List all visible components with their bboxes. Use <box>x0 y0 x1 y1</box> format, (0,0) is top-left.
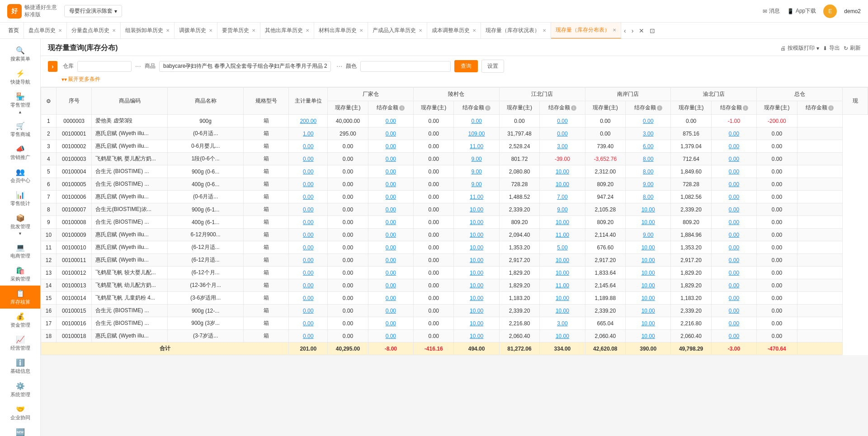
cell-fac-qty[interactable]: 0.00 <box>289 178 328 191</box>
cell-fac-qty[interactable]: 0.00 <box>289 229 328 241</box>
cell-total-qty[interactable]: 0.00 <box>711 191 756 203</box>
cell-nanan-qty[interactable]: 10.00 <box>540 178 585 191</box>
cell-ling-qty[interactable]: 0.00 <box>368 127 413 140</box>
yuebei-info-icon[interactable]: i <box>743 105 748 111</box>
filter-dots[interactable]: ··· <box>135 62 141 70</box>
cell-jiangbei-qty[interactable]: 10.00 <box>454 292 499 305</box>
query-btn[interactable]: 查询 <box>454 60 478 72</box>
cell-yuebei-qty[interactable]: 10.00 <box>625 241 670 254</box>
cell-fac-qty[interactable]: 0.00 <box>289 267 328 279</box>
cell-ling-qty[interactable]: 0.00 <box>368 191 413 203</box>
cell-nanan-qty[interactable]: 9.00 <box>540 203 585 216</box>
cell-yuebei-qty[interactable]: 10.00 <box>625 254 670 267</box>
cell-total-qty[interactable]: 0.00 <box>711 203 756 216</box>
tab-prev-btn[interactable]: ‹ <box>621 27 629 34</box>
cell-fac-qty[interactable]: 0.00 <box>289 140 328 153</box>
cell-ling-qty[interactable]: 0.00 <box>368 279 413 292</box>
app-download-btn[interactable]: 📱 App下载 <box>787 7 816 15</box>
cell-nanan-qty[interactable]: 10.00 <box>540 254 585 267</box>
cell-nanan-qty[interactable]: 10.00 <box>540 216 585 229</box>
cell-ling-qty[interactable]: 0.00 <box>368 178 413 191</box>
nanan-info-icon[interactable]: i <box>657 105 662 111</box>
cell-jiangbei-qty[interactable]: 9.00 <box>454 178 499 191</box>
cell-fac-qty[interactable]: 0.00 <box>289 241 328 254</box>
sidebar-item-members[interactable]: 👥 会员中心 <box>0 164 40 187</box>
tab-zuhe[interactable]: 组装拆卸单历史 ✕ <box>121 23 175 39</box>
cell-fac-qty[interactable]: 0.00 <box>289 292 328 305</box>
sidebar-item-marketing[interactable]: 📣 营销推广 <box>0 141 40 164</box>
cell-fac-qty[interactable]: 200.00 <box>289 115 328 127</box>
tab-cailiao[interactable]: 材料出库单历史 ✕ <box>314 23 368 39</box>
tab-yaohuo[interactable]: 要货单历史 ✕ <box>217 23 260 39</box>
cell-total-qty[interactable]: 0.00 <box>711 140 756 153</box>
cell-yuebei-qty[interactable]: 8.00 <box>625 153 670 165</box>
refresh-btn[interactable]: ↻ 刷新 <box>844 44 861 52</box>
sidebar-item-ops[interactable]: 📈 经营管理 <box>0 332 40 355</box>
tab-chengpin[interactable]: 产成品入库单历史 ✕ <box>368 23 427 39</box>
message-btn[interactable]: ✉ 消息 <box>763 7 780 15</box>
cell-total-qty[interactable]: 0.00 <box>711 279 756 292</box>
cell-ling-qty[interactable]: 0.00 <box>368 115 413 127</box>
sidebar-item-basic[interactable]: ℹ️ 基础信息 <box>0 355 40 378</box>
cell-total-qty[interactable]: 0.00 <box>711 153 756 165</box>
cell-fac-qty[interactable]: 0.00 <box>289 317 328 330</box>
tab-pandian[interactable]: 盘点单历史 ✕ <box>24 23 67 39</box>
cell-total-qty[interactable]: 0.00 <box>711 330 756 342</box>
tab-xiancun-fen[interactable]: 现存量（库存分布表）✕ <box>551 23 621 39</box>
cell-total-qty[interactable]: 0.00 <box>711 267 756 279</box>
cell-fac-qty[interactable]: 0.00 <box>289 330 328 342</box>
jiangbei-info-icon[interactable]: i <box>571 105 576 111</box>
cell-yuebei-qty[interactable]: 10.00 <box>625 305 670 317</box>
cell-nanan-qty[interactable]: 3.00 <box>540 140 585 153</box>
cell-total-qty[interactable]: 0.00 <box>711 292 756 305</box>
cell-jiangbei-qty[interactable]: 11.00 <box>454 140 499 153</box>
tab-expand-btn[interactable]: ⊡ <box>647 27 658 34</box>
cell-ling-qty[interactable]: 0.00 <box>368 241 413 254</box>
cell-nanan-qty[interactable]: 3.00 <box>540 317 585 330</box>
cell-nanan-qty[interactable]: 0.00 <box>540 115 585 127</box>
cell-nanan-qty[interactable]: 0.00 <box>540 127 585 140</box>
cell-jiangbei-qty[interactable]: 11.00 <box>454 191 499 203</box>
tab-xiancun-kuang[interactable]: 现存量（库存状况表）✕ <box>481 23 551 39</box>
sidebar-item-purchase[interactable]: 🛍️ 采购管理 <box>0 263 40 286</box>
cell-yuebei-qty[interactable]: 10.00 <box>625 267 670 279</box>
cell-total-qty[interactable]: 0.00 <box>711 165 756 178</box>
sidebar-item-inventory[interactable]: 📋 库存核算 <box>0 286 40 309</box>
industry-select[interactable]: 母婴行业演示陈套 ▾ <box>64 5 122 17</box>
cell-total-qty[interactable]: 0.00 <box>711 254 756 267</box>
cell-yuebei-qty[interactable]: 10.00 <box>625 317 670 330</box>
cell-jiangbei-qty[interactable]: 9.00 <box>454 153 499 165</box>
tab-qita[interactable]: 其他出库单历史 ✕ <box>260 23 314 39</box>
sidebar-item-ecommerce[interactable]: 💻 电商管理 <box>0 239 40 263</box>
goods-dots[interactable]: ··· <box>336 62 342 70</box>
cell-jiangbei-qty[interactable]: 10.00 <box>454 241 499 254</box>
cell-ling-qty[interactable]: 0.00 <box>368 254 413 267</box>
cell-nanan-qty[interactable]: -39.00 <box>540 153 585 165</box>
cell-nanan-qty[interactable]: 10.00 <box>540 330 585 342</box>
cell-fac-qty[interactable]: 0.00 <box>289 216 328 229</box>
cell-fac-qty[interactable]: 0.00 <box>289 279 328 292</box>
cell-nanan-qty[interactable]: 5.00 <box>540 241 585 254</box>
th-settings[interactable]: ⚙ <box>41 88 57 115</box>
cell-jiangbei-qty[interactable]: 10.00 <box>454 279 499 292</box>
cell-jiangbei-qty[interactable]: 10.00 <box>454 330 499 342</box>
cell-jiangbei-qty[interactable]: 10.00 <box>454 305 499 317</box>
fac-info-icon[interactable]: i <box>399 105 405 111</box>
cell-fac-qty[interactable]: 0.00 <box>289 203 328 216</box>
sidebar-item-guide[interactable]: 🆕 新手引导 <box>0 424 40 436</box>
sidebar-item-retail-stats[interactable]: 📊 零售统计 <box>0 187 40 210</box>
cell-yuebei-qty[interactable]: 9.00 <box>625 229 670 241</box>
cell-ling-qty[interactable]: 0.00 <box>368 153 413 165</box>
cell-total-qty[interactable]: 0.00 <box>711 178 756 191</box>
cell-yuebei-qty[interactable]: 9.00 <box>625 178 670 191</box>
cell-nanan-qty[interactable]: 10.00 <box>540 267 585 279</box>
cell-fac-qty[interactable]: 1.00 <box>289 127 328 140</box>
cell-jiangbei-qty[interactable]: 109.00 <box>454 127 499 140</box>
tab-next-btn[interactable]: › <box>629 27 637 34</box>
cell-jiangbei-qty[interactable]: 10.00 <box>454 203 499 216</box>
cell-ling-qty[interactable]: 0.00 <box>368 267 413 279</box>
expand-btn[interactable]: ▾▾ 展开更多条件 <box>61 75 861 83</box>
cell-ling-qty[interactable]: 0.00 <box>368 216 413 229</box>
cell-fac-qty[interactable]: 0.00 <box>289 165 328 178</box>
goods-input[interactable] <box>159 61 331 72</box>
